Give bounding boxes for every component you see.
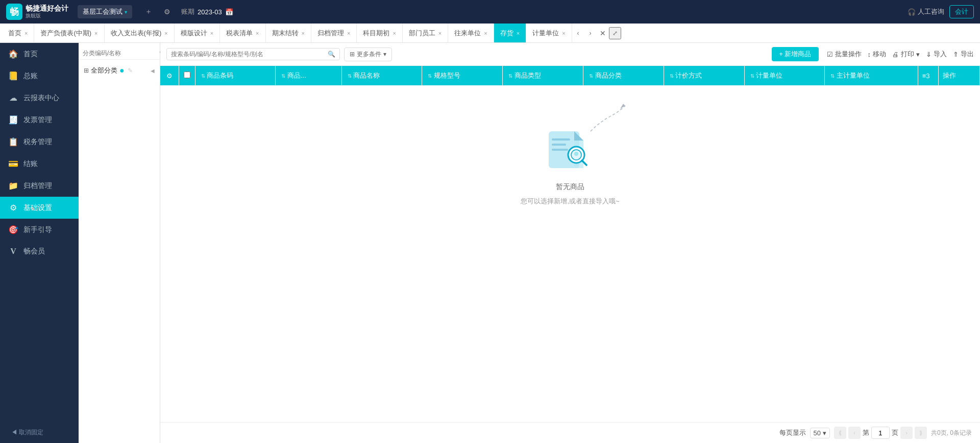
- edit-icon[interactable]: ✎: [128, 67, 133, 74]
- th-price-method: ⇅ 计价方式: [664, 66, 744, 85]
- tab-close-icon[interactable]: ×: [210, 30, 213, 36]
- tab-period-carry[interactable]: 期末结转 ×: [266, 24, 311, 43]
- archive-icon: 📁: [8, 181, 18, 191]
- th-sort-icon[interactable]: ⇅: [670, 73, 674, 79]
- sidebar-item-home[interactable]: 🏠 首页: [0, 43, 79, 65]
- th-col3[interactable]: ≡3: [918, 66, 938, 85]
- sidebar: 🏠 首页 📒 总账 ☁ 云报表中心 🧾 发票管理 📋 税务管理 💳 结账 📁 归…: [0, 43, 79, 443]
- sidebar-item-label: 发票管理: [23, 115, 52, 125]
- sidebar-item-archive[interactable]: 📁 归档管理: [0, 175, 79, 197]
- sidebar-item-close-period[interactable]: 💳 结账: [0, 153, 79, 175]
- tab-label: 收入支出表(年报): [111, 29, 162, 38]
- th-sort-icon[interactable]: ⇅: [281, 73, 285, 79]
- sidebar-item-tax[interactable]: 📋 税务管理: [0, 131, 79, 153]
- tab-close-icon[interactable]: ×: [438, 30, 442, 36]
- table-container: ⚙ ⇅ 商品条码 ⇅ 商品...: [160, 66, 980, 422]
- calendar-icon[interactable]: 📅: [225, 8, 233, 16]
- th-settings[interactable]: ⚙: [160, 66, 179, 85]
- last-page-button[interactable]: ⟫: [915, 427, 927, 439]
- select-all-checkbox[interactable]: [184, 72, 190, 78]
- search-icon[interactable]: 🔍: [328, 51, 335, 58]
- tab-close-icon[interactable]: ×: [302, 30, 305, 36]
- per-page-select[interactable]: 50 ▾: [810, 428, 830, 438]
- th-sort-icon[interactable]: ⇅: [428, 73, 432, 79]
- unpin-label: ◀ 取消固定: [11, 428, 43, 437]
- sidebar-unpin-button[interactable]: ◀ 取消固定: [0, 422, 79, 443]
- tab-label: 归档管理: [317, 29, 344, 38]
- tab-close-icon[interactable]: ×: [562, 30, 565, 36]
- import-button[interactable]: ⇓ 导入: [926, 50, 947, 59]
- th-sort-icon[interactable]: ⇅: [348, 73, 352, 79]
- page-number-input[interactable]: [871, 427, 890, 439]
- tab-subject-init[interactable]: 科目期初 ×: [357, 24, 402, 43]
- category-all-item[interactable]: ⊞ 全部分类 ● ✎ ◀: [79, 63, 160, 78]
- tab-unit[interactable]: 计量单位 ×: [526, 24, 572, 43]
- tab-close-all-button[interactable]: ✕: [597, 27, 609, 39]
- company-selector[interactable]: 基层工会测试 ▾: [78, 5, 132, 18]
- move-button[interactable]: ↕ 移动: [868, 50, 887, 59]
- active-indicator: ●: [119, 66, 125, 75]
- content-area: 🔍 ⊞ 全部分类 ● ✎ ◀ 🔍: [79, 43, 980, 443]
- tab-dept-staff[interactable]: 部门员工 ×: [403, 24, 448, 43]
- category-search-input[interactable]: [83, 50, 159, 57]
- product-table: ⚙ ⇅ 商品条码 ⇅ 商品...: [160, 66, 980, 85]
- tab-inventory[interactable]: 存货 ×: [494, 24, 526, 43]
- tab-close-icon[interactable]: ×: [256, 30, 259, 36]
- tab-next-button[interactable]: ›: [584, 27, 597, 39]
- sidebar-item-label: 结账: [23, 159, 38, 169]
- prev-page-button[interactable]: ‹: [848, 427, 861, 439]
- th-sort-icon[interactable]: ⇅: [589, 73, 593, 79]
- sidebar-item-member[interactable]: V 畅会员: [0, 241, 79, 262]
- tab-balance-sheet[interactable]: 资产负债表(中期) ×: [34, 24, 104, 43]
- add-product-button[interactable]: + 新增商品: [772, 47, 818, 61]
- tab-archive-mgmt[interactable]: 归档管理 ×: [311, 24, 357, 43]
- tab-counterparty[interactable]: 往来单位 ×: [448, 24, 494, 43]
- th-sort-icon[interactable]: ⇅: [508, 73, 512, 79]
- batch-operate-button[interactable]: ☑ 批量操作: [827, 50, 862, 59]
- empty-subtitle: 您可以选择新增,或者直接导入哦~: [521, 197, 619, 206]
- th-type: ⇅ 商品类型: [503, 66, 583, 85]
- tab-tax-list[interactable]: 税表清单 ×: [220, 24, 265, 43]
- import-label: 导入: [934, 50, 947, 59]
- header-actions: ＋ ⚙: [141, 5, 174, 19]
- sidebar-item-invoice[interactable]: 🧾 发票管理: [0, 109, 79, 131]
- tab-template-design[interactable]: 模版设计 ×: [175, 24, 220, 43]
- sidebar-item-label: 云报表中心: [23, 94, 59, 103]
- tab-expand-button[interactable]: ⤢: [609, 27, 621, 39]
- th-sort-icon[interactable]: ⇅: [201, 73, 205, 79]
- next-page-button[interactable]: ›: [900, 427, 913, 439]
- add-tab-button[interactable]: ＋: [141, 5, 156, 19]
- sidebar-item-ledger[interactable]: 📒 总账: [0, 65, 79, 87]
- tab-income-statement[interactable]: 收入支出表(年报) ×: [105, 24, 175, 43]
- top-header: 畅 畅捷通好会计 旗舰版 基层工会测试 ▾ ＋ ⚙ 账期 2023-03 📅 🎧…: [0, 0, 980, 24]
- collapse-icon[interactable]: ◀: [151, 68, 155, 74]
- tab-close-icon[interactable]: ×: [517, 30, 520, 36]
- close-period-icon: 💳: [8, 159, 18, 169]
- tab-home[interactable]: 首页 ×: [2, 24, 34, 43]
- home-icon: 🏠: [8, 49, 18, 59]
- tab-label: 首页: [8, 29, 21, 38]
- first-page-button[interactable]: ⟪: [834, 427, 846, 439]
- tab-prev-button[interactable]: ‹: [572, 27, 584, 39]
- filter-icon: ⊞: [350, 51, 355, 58]
- th-sort-icon[interactable]: ⇅: [830, 73, 835, 79]
- print-button[interactable]: 🖨 打印 ▾: [892, 50, 920, 59]
- th-sort-icon[interactable]: ⇅: [750, 73, 754, 79]
- sidebar-item-guide[interactable]: 🎯 新手引导: [0, 219, 79, 241]
- more-filter-button[interactable]: ⊞ 更多条件 ▾: [344, 48, 392, 61]
- tab-close-icon[interactable]: ×: [164, 30, 167, 36]
- product-search-input[interactable]: [171, 51, 326, 58]
- tab-close-icon[interactable]: ×: [347, 30, 350, 36]
- tab-close-icon[interactable]: ×: [24, 30, 28, 36]
- logo-icon: 畅: [6, 4, 22, 20]
- consultation-button[interactable]: 🎧 人工咨询: [908, 7, 944, 16]
- th-checkbox[interactable]: [179, 66, 195, 85]
- settings-button[interactable]: ⚙: [160, 5, 174, 19]
- user-badge[interactable]: 会计: [949, 5, 974, 18]
- tab-close-icon[interactable]: ×: [94, 30, 97, 36]
- tab-close-icon[interactable]: ×: [484, 30, 487, 36]
- sidebar-item-basic-settings[interactable]: ⚙ 基础设置: [0, 197, 79, 219]
- tab-close-icon[interactable]: ×: [393, 30, 396, 36]
- export-button[interactable]: ⇑ 导出: [953, 50, 974, 59]
- sidebar-item-reports[interactable]: ☁ 云报表中心: [0, 87, 79, 109]
